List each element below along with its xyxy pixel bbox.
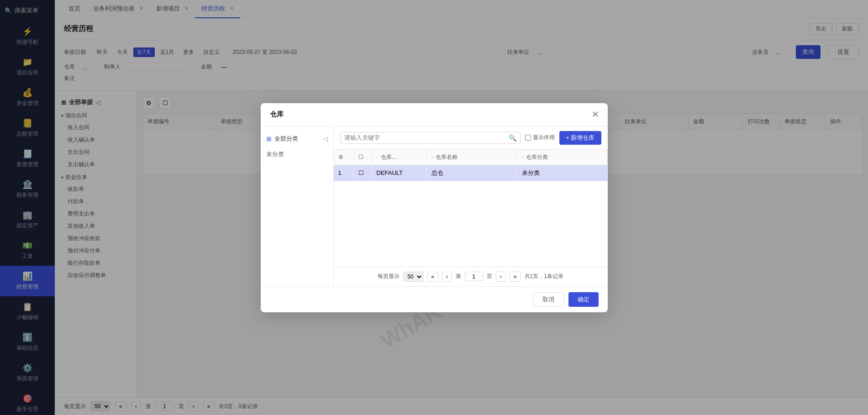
modal-page-suffix: 页: [487, 273, 492, 280]
modal-last-btn[interactable]: »: [510, 272, 521, 282]
row-checkbox[interactable]: ☐: [354, 166, 372, 180]
modal-table-header: ⚙ ☐ ↕ 仓库... ↕ 仓库名称 ↕ 仓库分类: [334, 150, 608, 165]
row-name: 总仓: [427, 165, 517, 181]
modal-page-label: 第: [456, 273, 461, 280]
row-code: DEFAULT: [372, 166, 427, 180]
search-input[interactable]: [344, 134, 509, 141]
modal-th-code: ↕ 仓库...: [372, 150, 427, 165]
modal-header: 仓库 ✕: [261, 103, 608, 126]
category-all[interactable]: ⊞ 全部分类 ◁: [261, 131, 333, 147]
modal-body: ⊞ 全部分类 ◁ 未分类 🔍 显示停用 + 新增仓库: [261, 126, 608, 286]
modal-per-page-label: 每页显示: [378, 273, 400, 280]
modal-close-button[interactable]: ✕: [592, 110, 599, 120]
modal-title: 仓库: [270, 110, 284, 119]
modal-content-area: 🔍 显示停用 + 新增仓库 ⚙ ☐ ↕ 仓库... ↕ 仓库名称: [334, 126, 608, 286]
grid-icon: ⊞: [266, 135, 272, 142]
modal-prev-btn[interactable]: ‹: [442, 272, 452, 282]
modal-footer: 取消 确定: [261, 286, 608, 312]
modal-th-category: ↕ 仓库分类: [517, 150, 608, 165]
show-disabled-label[interactable]: 显示停用: [525, 134, 555, 142]
modal-table-row[interactable]: 1 ☐ DEFAULT 总仓 未分类: [334, 165, 608, 181]
modal-pagination: 每页显示 50 « ‹ 第 页 › » 共1页，1条记录: [334, 267, 608, 286]
modal-page-input[interactable]: [465, 272, 483, 281]
modal-th-settings: ⚙: [334, 150, 354, 165]
modal-confirm-button[interactable]: 确定: [568, 292, 599, 307]
modal-table: ⚙ ☐ ↕ 仓库... ↕ 仓库名称 ↕ 仓库分类 1 ☐ DEFAULT 总仓: [334, 150, 608, 267]
category-item-未分类[interactable]: 未分类: [261, 147, 333, 162]
modal-next-btn[interactable]: ›: [496, 272, 506, 282]
modal-total-info: 共1页，1条记录: [525, 273, 563, 280]
modal-th-checkbox: ☐: [354, 150, 372, 165]
modal-toolbar: 🔍 显示停用 + 新增仓库: [334, 126, 608, 150]
collapse-btn[interactable]: ◁: [323, 135, 328, 142]
search-box: 🔍: [340, 132, 521, 144]
modal-first-btn[interactable]: «: [427, 272, 438, 282]
warehouse-modal: 仓库 ✕ ⊞ 全部分类 ◁ 未分类 🔍 显示停用 +: [261, 103, 608, 312]
modal-category-panel: ⊞ 全部分类 ◁ 未分类: [261, 126, 334, 286]
show-disabled-text: 显示停用: [533, 134, 555, 142]
row-category: 未分类: [517, 165, 608, 181]
modal-th-name: ↕ 仓库名称: [427, 150, 517, 165]
modal-cancel-button[interactable]: 取消: [533, 292, 564, 307]
category-all-label: 全部分类: [274, 135, 298, 143]
show-disabled-checkbox[interactable]: [525, 135, 531, 141]
modal-per-page-select[interactable]: 50: [403, 272, 423, 282]
search-icon: 🔍: [509, 134, 516, 142]
add-warehouse-button[interactable]: + 新增仓库: [559, 131, 601, 145]
row-no: 1: [334, 166, 354, 180]
